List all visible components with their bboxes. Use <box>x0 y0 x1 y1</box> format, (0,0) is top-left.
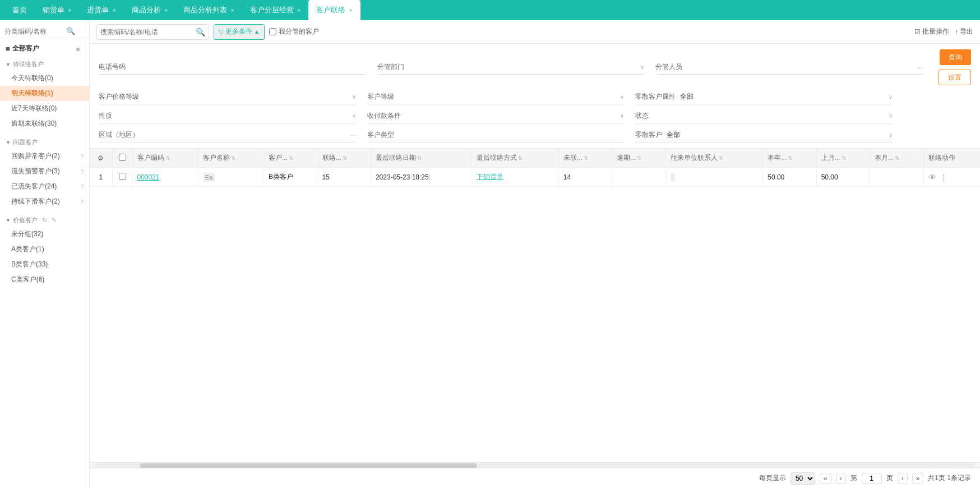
filter-btn[interactable]: ▽ 更多条件 ▲ <box>214 24 265 40</box>
action-more-icon[interactable]: ⋮ <box>940 173 947 182</box>
sidebar-group-value[interactable]: 价值客户 ↻ ✎ <box>0 214 89 227</box>
sidebar-item-typeC[interactable]: C类客户(6) <box>0 272 89 287</box>
sidebar-item-lostwarning[interactable]: 流失预警客户(3) ? <box>0 164 89 179</box>
page-unit-label: 页 <box>886 473 893 483</box>
th-check-all[interactable] <box>119 154 126 161</box>
search-input[interactable] <box>100 28 196 36</box>
th-thisyear[interactable]: 本年... ⇅ <box>763 149 816 168</box>
sidebar-group-pending[interactable]: 待联络客户 <box>0 58 89 71</box>
last-page-btn[interactable]: » <box>912 473 924 484</box>
td-check[interactable] <box>112 168 132 187</box>
filter-nature[interactable]: 性质 ∨ <box>99 109 356 123</box>
page-num-input[interactable] <box>862 473 882 484</box>
filter-row-1: 电话号码 分管部门 ∨ 分管人员 ··· 查询 <box>99 49 971 85</box>
filter-phone-input[interactable] <box>130 63 366 71</box>
sidebar-item-declining[interactable]: 持续下滑客户(2) ? <box>0 194 89 209</box>
th-lastmonth[interactable]: 上月... ⇅ <box>816 149 870 168</box>
sidebar-item-typeB[interactable]: B类客户(33) <box>0 257 89 272</box>
filter-sparse-attr[interactable]: 零散客户属性 全部 ∨ <box>635 90 893 104</box>
filter-person[interactable]: 分管人员 ··· <box>655 60 923 75</box>
help-icon-declining[interactable]: ? <box>80 199 84 205</box>
sort-icon-name: ⇅ <box>231 155 235 161</box>
page-size-select[interactable]: 50 <box>791 472 815 485</box>
nav-home[interactable]: 首页 <box>4 0 35 20</box>
bottom-scroll-thumb[interactable] <box>140 463 477 468</box>
sort-icon-contact-person: ⇅ <box>719 155 723 161</box>
next-page-btn[interactable]: › <box>898 473 908 484</box>
filter-price-level[interactable]: 客户价格等级 ∨ <box>99 90 356 104</box>
bottom-scrollbar[interactable] <box>90 462 980 468</box>
filter-payment[interactable]: 收付款条件 ∨ <box>367 109 625 123</box>
export-btn[interactable]: ↑ 导出 <box>955 27 973 36</box>
nav-customer-layer[interactable]: 客户分层经营 × <box>242 0 308 20</box>
th-contact-person[interactable]: 往来单位联系人 ⇅ <box>665 149 763 168</box>
sort-icon-lastmonth: ⇅ <box>842 155 846 161</box>
th-lastdate[interactable]: 最后联络日期 ⇅ <box>371 149 471 168</box>
filter-status-arrow: ∨ <box>889 113 893 119</box>
td-lastmethod[interactable]: 下销货单 <box>471 168 558 187</box>
nav-close-customer-contact[interactable]: × <box>349 7 352 13</box>
td-name[interactable]: Ea <box>198 168 264 187</box>
nav-goods-analysis[interactable]: 商品分析 × <box>124 0 175 20</box>
action-view-icon[interactable]: 👁 <box>928 173 936 182</box>
help-icon-lostwarning[interactable]: ? <box>80 168 84 175</box>
value-edit-icon[interactable]: ✎ <box>52 217 57 224</box>
nav-close-customer-layer[interactable]: × <box>297 7 301 13</box>
help-icon-repurchase[interactable]: ? <box>80 153 84 160</box>
td-code[interactable]: 000021 <box>132 168 198 187</box>
th-thismonth[interactable]: 本月... ⇅ <box>870 149 923 168</box>
sort-icon-thisyear: ⇅ <box>788 155 792 161</box>
sidebar-item-typeA[interactable]: A类客户(1) <box>0 242 89 257</box>
th-settings[interactable]: ⚙ <box>90 149 112 168</box>
sidebar-item-today[interactable]: 今天待联络(0) <box>0 71 89 86</box>
th-type[interactable]: 客户... ⇅ <box>264 149 317 168</box>
sidebar-item-repurchase[interactable]: 回购异常客户(2) ? <box>0 149 89 164</box>
my-customers-checkbox[interactable] <box>269 28 276 35</box>
row-checkbox[interactable] <box>119 173 126 180</box>
nav-sale[interactable]: 销货单 × <box>35 0 79 20</box>
my-customers-checkbox-label[interactable]: 我分管的客户 <box>269 27 319 36</box>
th-name[interactable]: 客户名称 ⇅ <box>198 149 264 168</box>
filter-sparse-customer[interactable]: 零散客户 全部 ∨ <box>635 128 893 142</box>
toolbar-right: ☑ 批量操作 ↑ 导出 <box>914 27 973 36</box>
batch-btn[interactable]: ☑ 批量操作 <box>914 27 949 36</box>
sidebar-group-problem[interactable]: 问题客户 <box>0 136 89 149</box>
th-code[interactable]: 客户编码 ⇅ <box>132 149 198 168</box>
nav-close-sale[interactable]: × <box>68 7 71 13</box>
sidebar-item-ungroup[interactable]: 未分组(32) <box>0 227 89 242</box>
th-uncontact[interactable]: 未联... ⇅ <box>558 149 612 168</box>
first-page-btn[interactable]: « <box>820 473 831 484</box>
filter-customer-level[interactable]: 客户等级 ∨ <box>367 90 625 104</box>
td-lastmonth: 50.00 <box>816 168 870 187</box>
nav-close-goods-analysis[interactable]: × <box>164 7 168 13</box>
settings-btn[interactable]: 设置 <box>939 70 971 85</box>
filter-dept[interactable]: 分管部门 ∨ <box>377 60 645 75</box>
sidebar-search-input[interactable] <box>4 27 66 35</box>
filter-icon: ▽ <box>219 28 224 36</box>
nav-close-goods-analysis-list[interactable]: × <box>230 7 234 13</box>
sidebar-all-customers[interactable]: ■ 全部客户 « <box>0 40 89 56</box>
query-btn[interactable]: 查询 <box>940 49 971 65</box>
filter-region[interactable]: 区域（地区） ··· <box>99 128 356 142</box>
th-lastmethod[interactable]: 最后联络方式 ⇅ <box>471 149 558 168</box>
sidebar-collapse-btn[interactable]: « <box>76 44 84 53</box>
sidebar-item-tomorrow[interactable]: 明天待联络(1) <box>0 86 89 101</box>
search-icon[interactable]: 🔍 <box>196 27 205 36</box>
filter-region-dots: ··· <box>350 131 356 139</box>
help-icon-lost[interactable]: ? <box>80 183 84 190</box>
filter-status[interactable]: 状态 ∨ <box>635 109 893 123</box>
sidebar-search-icon[interactable]: 🔍 <box>66 27 75 35</box>
nav-customer-contact[interactable]: 客户联络 × <box>308 0 360 20</box>
sidebar-item-overdue[interactable]: 逾期未联络(30) <box>0 116 89 131</box>
nav-close-purchase[interactable]: × <box>112 7 115 13</box>
prev-page-btn[interactable]: ‹ <box>836 473 846 484</box>
nav-purchase[interactable]: 进货单 × <box>79 0 123 20</box>
th-check[interactable] <box>112 149 132 168</box>
nav-goods-analysis-list[interactable]: 商品分析列表 × <box>175 0 242 20</box>
th-overdue[interactable]: 逾期... ⇅ <box>612 149 665 168</box>
sidebar-item-lost[interactable]: 已流失客户(24) ? <box>0 179 89 194</box>
value-refresh-icon[interactable]: ↻ <box>42 217 47 224</box>
th-contacts[interactable]: 联络... ⇅ <box>317 149 371 168</box>
sidebar-item-week[interactable]: 近7天待联络(0) <box>0 101 89 116</box>
export-icon: ↑ <box>955 28 958 36</box>
